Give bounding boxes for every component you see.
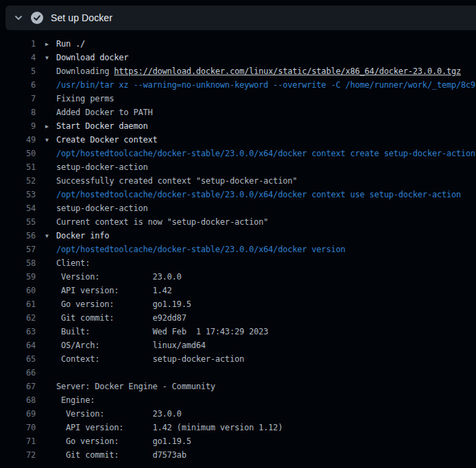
- log-text: Client:: [56, 258, 90, 268]
- log-text-line: Git commit: d7573ab: [45, 448, 187, 462]
- log-line: 8Added Docker to PATH: [0, 106, 476, 119]
- log-text-line: Context: setup-docker-action: [45, 352, 244, 366]
- log-text: Go version: go1.19.5: [56, 436, 191, 446]
- log-line: 58Client:: [0, 256, 476, 270]
- log-text: API version: 1.42: [56, 286, 172, 295]
- command-line: /usr/bin/tar xz --warning=no-unknown-key…: [45, 78, 476, 92]
- check-circle-icon: [30, 11, 44, 25]
- log-line: 54setup-docker-action: [0, 201, 476, 215]
- chevron-down-icon[interactable]: [14, 13, 23, 23]
- group-header: ▼Create Docker context: [45, 133, 158, 147]
- log-text: Go version: go1.19.5: [56, 299, 191, 309]
- line-number[interactable]: 64: [0, 338, 36, 352]
- line-number[interactable]: 65: [0, 352, 36, 366]
- line-number[interactable]: 72: [0, 448, 36, 462]
- line-number[interactable]: 7: [0, 92, 36, 106]
- line-number[interactable]: 71: [0, 434, 36, 448]
- log-text: Added Docker to PATH: [56, 108, 153, 117]
- log-line: 68 Engine:: [0, 393, 476, 407]
- log-line[interactable]: 56▼Docker info: [0, 229, 476, 243]
- log-line[interactable]: 49▼Create Docker context: [0, 133, 476, 147]
- log-text-line: Successfully created context "setup-dock…: [45, 174, 297, 188]
- group-header: ▶Run ./: [45, 37, 85, 51]
- log-line: 62 Git commit: e92dd87: [0, 311, 476, 325]
- log-text-line: Version: 23.0.0: [45, 407, 182, 421]
- log-text: Git commit: d7573ab: [56, 450, 187, 460]
- line-number[interactable]: 9: [0, 119, 36, 133]
- step-title: Set up Docker: [51, 12, 112, 23]
- group-title: Start Docker daemon: [56, 121, 147, 131]
- command-text: /opt/hostedtoolcache/docker-stable/23.0.…: [56, 190, 461, 199]
- log-text: setup-docker-action: [56, 162, 147, 172]
- log-text-line: Git commit: e92dd87: [45, 311, 187, 325]
- log-line: 67Server: Docker Engine - Community: [0, 380, 476, 393]
- log-text: Git commit: e92dd87: [56, 313, 187, 323]
- group-title: Run ./: [56, 39, 85, 49]
- log-text-line: Engine:: [45, 393, 95, 407]
- log-line: 66: [0, 366, 476, 380]
- line-number[interactable]: 55: [0, 215, 36, 229]
- log-text-line: Built: Wed Feb 1 17:43:29 2023: [45, 325, 268, 338]
- line-number[interactable]: 52: [0, 174, 36, 188]
- log-text: Engine:: [56, 395, 95, 405]
- line-number[interactable]: 49: [0, 133, 36, 147]
- log-text: Fixing perms: [56, 94, 114, 103]
- line-number[interactable]: 67: [0, 380, 36, 393]
- log-line: 60 API version: 1.42: [0, 284, 476, 297]
- line-number[interactable]: 60: [0, 284, 36, 297]
- group-title: Docker info: [56, 231, 109, 241]
- log-line: 55Current context is now "setup-docker-a…: [0, 215, 476, 229]
- log-line: 51setup-docker-action: [0, 160, 476, 174]
- line-number[interactable]: 63: [0, 325, 36, 338]
- log-line: 52Successfully created context "setup-do…: [0, 174, 476, 188]
- line-number[interactable]: 50: [0, 147, 36, 160]
- triangle-right-icon: ▶: [45, 120, 56, 133]
- line-number[interactable]: 53: [0, 188, 36, 201]
- group-header: ▶Start Docker daemon: [45, 119, 147, 133]
- line-number[interactable]: 66: [0, 366, 36, 380]
- download-url-link[interactable]: https://download.docker.com/linux/static…: [114, 66, 461, 76]
- log-text-line: Go version: go1.19.5: [45, 297, 191, 311]
- line-number[interactable]: 61: [0, 297, 36, 311]
- log-line[interactable]: 9▶Start Docker daemon: [0, 119, 476, 133]
- log-text-line: Downloading https://download.docker.com/…: [45, 64, 461, 78]
- log-line: 57/opt/hostedtoolcache/docker-stable/23.…: [0, 243, 476, 256]
- log-text-line: setup-docker-action: [45, 160, 147, 174]
- log-line: 65 Context: setup-docker-action: [0, 352, 476, 366]
- log-text-line: setup-docker-action: [45, 201, 147, 215]
- log-text: Built: Wed Feb 1 17:43:29 2023: [56, 327, 268, 336]
- line-number[interactable]: 62: [0, 311, 36, 325]
- line-number[interactable]: 70: [0, 421, 36, 434]
- log-line: 69 Version: 23.0.0: [0, 407, 476, 421]
- line-number[interactable]: 51: [0, 160, 36, 174]
- log-line: 71 Go version: go1.19.5: [0, 434, 476, 448]
- line-number[interactable]: 58: [0, 256, 36, 270]
- log-line: 5Downloading https://download.docker.com…: [0, 64, 476, 78]
- log-line: 63 Built: Wed Feb 1 17:43:29 2023: [0, 325, 476, 338]
- log-text: Server: Docker Engine - Community: [56, 382, 215, 391]
- log-text: Version: 23.0.0: [56, 272, 182, 282]
- group-title: Create Docker context: [56, 135, 158, 145]
- step-header[interactable]: Set up Docker: [5, 5, 476, 30]
- log-line: 53/opt/hostedtoolcache/docker-stable/23.…: [0, 188, 476, 201]
- group-header: ▼Docker info: [45, 229, 109, 243]
- line-number[interactable]: 54: [0, 201, 36, 215]
- line-number[interactable]: 57: [0, 243, 36, 256]
- line-number[interactable]: 59: [0, 270, 36, 284]
- log-text-line: API version: 1.42 (minimum version 1.12): [45, 421, 283, 434]
- log-line[interactable]: 1▶Run ./: [0, 37, 476, 51]
- group-title: Download docker: [56, 53, 128, 62]
- line-number[interactable]: 8: [0, 106, 36, 119]
- log-line: 6/usr/bin/tar xz --warning=no-unknown-ke…: [0, 78, 476, 92]
- line-number[interactable]: 5: [0, 64, 36, 78]
- line-number[interactable]: 68: [0, 393, 36, 407]
- log-line: 61 Go version: go1.19.5: [0, 297, 476, 311]
- line-number[interactable]: 4: [0, 51, 36, 64]
- line-number[interactable]: 1: [0, 37, 36, 51]
- log-text-line: Go version: go1.19.5: [45, 434, 191, 448]
- log-line[interactable]: 4▼Download docker: [0, 51, 476, 64]
- triangle-down-icon: ▼: [45, 134, 56, 147]
- line-number[interactable]: 6: [0, 78, 36, 92]
- line-number[interactable]: 69: [0, 407, 36, 421]
- line-number[interactable]: 56: [0, 229, 36, 243]
